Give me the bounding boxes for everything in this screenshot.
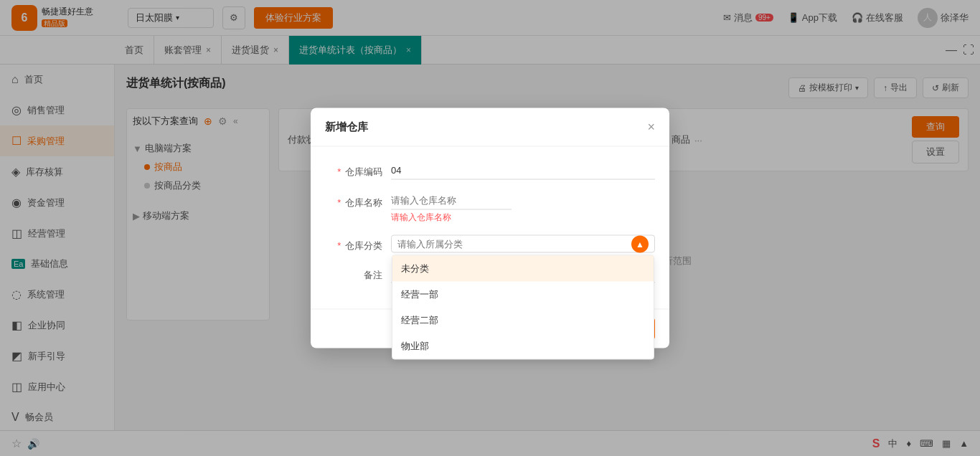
dropdown-item-dept2[interactable]: 经营二部: [392, 308, 654, 333]
chevron-up-icon[interactable]: ▲: [631, 235, 649, 252]
name-label: * 仓库名称: [325, 192, 382, 209]
warehouse-code-input[interactable]: [391, 161, 655, 180]
category-input[interactable]: [397, 239, 633, 250]
dropdown-item-dept3[interactable]: 物业部: [392, 333, 654, 359]
category-label: * 仓库分类: [325, 235, 382, 252]
add-warehouse-dialog: 新增仓库 × * 仓库编码 * 仓库名称 请输入仓库名称: [311, 108, 669, 348]
warehouse-name-input[interactable]: [391, 191, 512, 210]
category-dropdown: 未分类 经营一部 经营二部 物业部: [392, 255, 654, 360]
code-label: * 仓库编码: [325, 161, 382, 179]
name-error-message: 请输入仓库名称: [391, 212, 451, 222]
dialog-close-button[interactable]: ×: [647, 120, 655, 135]
dialog-header: 新增仓库 ×: [311, 108, 669, 147]
name-field-row: * 仓库名称 请输入仓库名称: [325, 191, 655, 224]
dropdown-item-unclassified[interactable]: 未分类: [392, 256, 654, 282]
dialog-title: 新增仓库: [325, 120, 368, 134]
note-label: 备注: [325, 265, 382, 282]
dialog-body: * 仓库编码 * 仓库名称 请输入仓库名称 * 仓库分类: [311, 147, 669, 309]
dropdown-item-dept1[interactable]: 经营一部: [392, 282, 654, 308]
code-field-row: * 仓库编码: [325, 161, 655, 180]
category-field-row: * 仓库分类 ▲ 未分类 经营一部 经营二部 物业部: [325, 235, 655, 253]
category-input-wrap[interactable]: ▲ 未分类 经营一部 经营二部 物业部: [391, 235, 655, 253]
